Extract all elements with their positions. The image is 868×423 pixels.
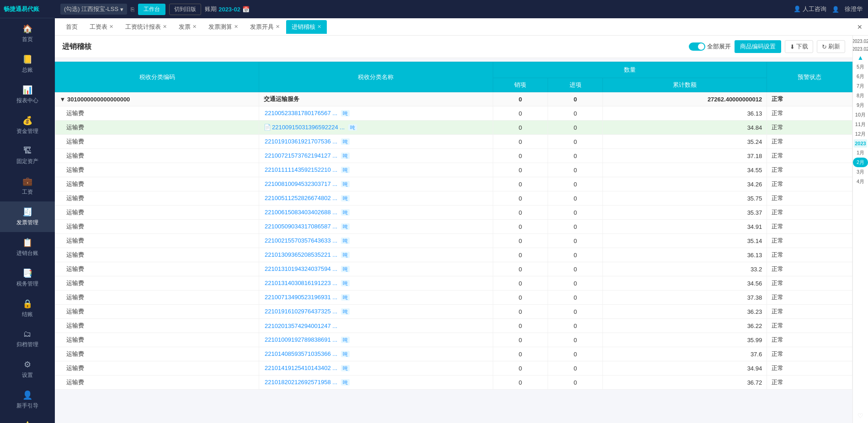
switch-old-button[interactable]: 切到旧版 [169, 4, 201, 15]
col-purchase: 进项 [548, 78, 603, 92]
sidebar-item-home[interactable]: 🏠首页 [0, 18, 55, 49]
tab-close-invoice[interactable]: ✕ [192, 24, 197, 30]
sidebar-item-closing[interactable]: 🔒结账 [0, 293, 55, 324]
table-row: 运输费 22100615083403402688 ... 吨 0 0 35.37… [55, 206, 852, 220]
tab-close-inv-verify[interactable]: ✕ [317, 24, 321, 30]
tab-salary[interactable]: 工资表 ✕ [84, 20, 119, 34]
company-selector[interactable]: (勾选) 江西报宝-LSS ▾ [60, 4, 127, 15]
member-icon: ⭐ [22, 421, 32, 423]
month-item-3月[interactable]: 3月 [853, 167, 868, 177]
copy-icon[interactable]: ⎘ [131, 6, 134, 13]
cell-sales: 0 [493, 361, 548, 375]
tab-close-salary-stat[interactable]: ✕ [163, 24, 167, 30]
sidebar-item-member[interactable]: ⭐畅会员 [0, 415, 55, 423]
sidebar-item-ledger[interactable]: 📒总账 [0, 49, 55, 79]
cell-invoice: 22100523381780176567 ... 吨 [259, 106, 493, 121]
sidebar-item-invoice-mgmt[interactable]: 🧾发票管理 [0, 201, 55, 232]
sidebar-item-assets[interactable]: 🏗固定资产 [0, 141, 55, 171]
table-container: 税收分类编码 税收分类名称 数量 预警状态 销项 进项 累计数额 ▼ 30100… [55, 58, 852, 423]
cell-sales: 0 [493, 163, 548, 177]
cell-name: 运输费 [55, 248, 259, 262]
tab-close-invoice-calc[interactable]: ✕ [234, 24, 238, 30]
tab-close-invoice-open[interactable]: ✕ [276, 24, 280, 30]
month-item-9月[interactable]: 9月 [853, 100, 868, 110]
sidebar-item-settings[interactable]: ⚙设置 [0, 354, 55, 385]
month-item-12月[interactable]: 12月 [853, 129, 868, 139]
cell-sales: 0 [493, 333, 548, 347]
settings-button[interactable]: 商品编码设置 [735, 40, 781, 53]
col-tax-code: 税收分类编码 [55, 62, 259, 92]
cell-cumulative: 34.84 [603, 121, 767, 135]
sidebar-label: 首页 [22, 36, 33, 43]
username: 徐澄华 [845, 5, 863, 13]
heart-icon: ♡ [856, 410, 865, 421]
help-button[interactable]: 👤 人工咨询 [793, 5, 826, 13]
workspace-button[interactable]: 工作台 [138, 4, 165, 15]
tab-home[interactable]: 首页 [60, 20, 83, 34]
cell-status: 正常 [767, 248, 852, 262]
cell-sales: 0 [493, 149, 548, 163]
purchase-sales-icon: 📋 [22, 238, 32, 248]
sidebar-item-purchase-sales[interactable]: 📋进销台账 [0, 232, 55, 263]
tab-close-salary[interactable]: ✕ [109, 24, 113, 30]
cell-name: 运输费 [55, 177, 259, 191]
tax-icon: 📑 [22, 268, 32, 278]
cell-purchase: 0 [548, 319, 603, 333]
sidebar-item-tax[interactable]: 📑税务管理 [0, 263, 55, 293]
month-item-2月[interactable]: 2月 [853, 158, 868, 167]
cell-name: 运输费 [55, 291, 259, 305]
cell-purchase: 0 [548, 92, 603, 106]
sidebar-item-report[interactable]: 📊报表中心 [0, 79, 55, 110]
year-marker[interactable]: 2023 [854, 139, 867, 148]
tab-inv-verify[interactable]: 进销稽核 ✕ [286, 20, 327, 34]
month-item-4月[interactable]: 4月 [853, 177, 868, 186]
expand-toggle[interactable]: 全部展开 [689, 42, 731, 51]
chevron-down-icon: ▾ [120, 6, 123, 13]
refresh-button[interactable]: ↻ 刷新 [817, 40, 845, 53]
table-row: 运输费 22101314030816191223 ... 吨 0 0 34.56… [55, 276, 852, 291]
sidebar-label: 资金管理 [16, 127, 38, 135]
col-quantity-group: 数量 [493, 62, 767, 78]
calendar-icon[interactable]: 📅 [242, 6, 250, 13]
toggle-switch[interactable] [689, 42, 705, 51]
sidebar-label: 结账 [22, 311, 33, 318]
cell-status: 正常 [767, 234, 852, 248]
tab-salary-stat[interactable]: 工资统计报表 ✕ [120, 20, 172, 34]
cell-status: 正常 [767, 305, 852, 319]
cell-sales: 0 [493, 234, 548, 248]
cell-purchase: 0 [548, 291, 603, 305]
nav-up-arrow[interactable]: ▲ [857, 53, 865, 62]
month-item-11月[interactable]: 11月 [853, 120, 868, 129]
page-title: 进销稽核 [62, 42, 91, 52]
sidebar-item-fund[interactable]: 💰资金管理 [0, 110, 55, 141]
close-tab-button[interactable]: ✕ [857, 23, 863, 31]
tab-invoice[interactable]: 发票 ✕ [173, 20, 202, 34]
cell-sales: 0 [493, 121, 548, 135]
page-actions: 全部展开 商品编码设置 ⬇ 下载 ↻ 刷新 [689, 40, 845, 53]
table-row: 运输费 22100509034317086587 ... 吨 0 0 34.91… [55, 220, 852, 234]
month-item-8月[interactable]: 8月 [853, 91, 868, 100]
cell-invoice: 22100509034317086587 ... 吨 [259, 220, 493, 234]
sidebar-item-guide[interactable]: 👤新手引导 [0, 385, 55, 415]
table-row: 运输费 22100713490523196931 ... 吨 0 0 37.38… [55, 291, 852, 305]
cell-cumulative: 35.75 [603, 191, 767, 206]
cell-purchase: 0 [548, 305, 603, 319]
month-item-1月[interactable]: 1月 [853, 148, 868, 158]
cell-purchase: 0 [548, 149, 603, 163]
month-item-6月[interactable]: 6月 [853, 72, 868, 81]
page-content: 进销稽核 全部展开 商品编码设置 ⬇ 下载 ↻ 刷新 [55, 36, 852, 423]
cell-status: 正常 [767, 333, 852, 347]
home-icon: 🏠 [22, 24, 32, 34]
month-item-5月[interactable]: 5月 [853, 62, 868, 72]
month-item-10月[interactable]: 10月 [853, 110, 868, 120]
download-button[interactable]: ⬇ 下载 [785, 40, 813, 53]
sidebar-item-salary[interactable]: 💼工资 [0, 171, 55, 201]
main-area: (勾选) 江西报宝-LSS ▾ ⎘ 工作台 切到旧版 账期 2023-02 📅 … [55, 0, 868, 423]
tab-invoice-open[interactable]: 发票开具 ✕ [245, 20, 285, 34]
cell-cumulative: 35.14 [603, 234, 767, 248]
month-item-7月[interactable]: 7月 [853, 81, 868, 91]
tab-invoice-calc[interactable]: 发票测算 ✕ [203, 20, 244, 34]
cell-cumulative: 36.23 [603, 305, 767, 319]
cell-purchase: 0 [548, 121, 603, 135]
sidebar-item-archive[interactable]: 🗂归档管理 [0, 324, 55, 354]
